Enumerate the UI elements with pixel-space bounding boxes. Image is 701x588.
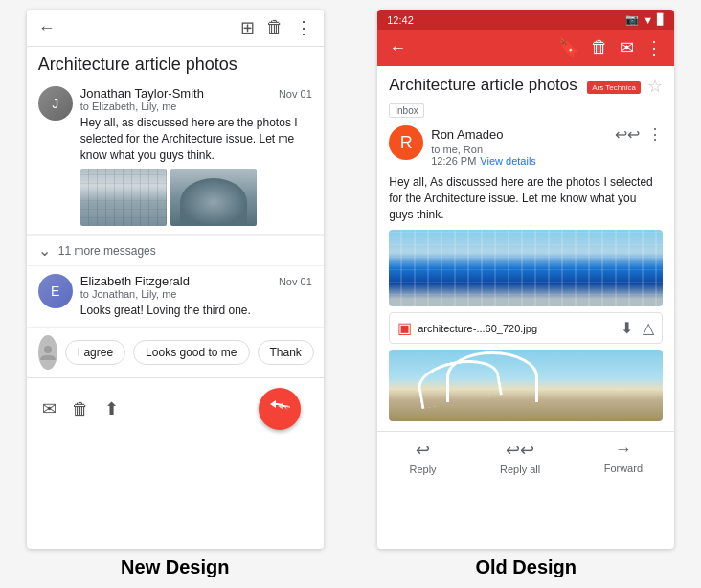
new-design-label: New Design: [121, 549, 229, 588]
new-design-phone: ← ⊞ 🗑 ⋮ Architecture article photos J Jo…: [27, 10, 324, 549]
old-email-actions: ↩↩ ⋮: [615, 125, 663, 144]
more-icon-old[interactable]: ⋮: [645, 37, 663, 58]
thumbnail-2[interactable]: [170, 169, 257, 226]
back-icon-old[interactable]: ←: [389, 38, 406, 58]
old-bottom-actions: ↩ Reply ↩↩ Reply all → Forward: [377, 431, 674, 483]
quick-reply-looks-good[interactable]: Looks good to me: [133, 340, 249, 365]
bookmark-icon[interactable]: 🔖: [558, 37, 579, 58]
grid-icon[interactable]: ⊞: [240, 17, 255, 38]
thumbnail-1[interactable]: [80, 169, 167, 226]
status-icons: 📷 ▼ ▊: [625, 13, 665, 26]
more-icon[interactable]: ⋮: [295, 17, 312, 38]
trash-toolbar-icon[interactable]: 🗑: [72, 399, 89, 419]
old-title-row: Architecture article photos Ars Technica…: [389, 76, 663, 97]
new-header: ← ⊞ 🗑 ⋮: [27, 10, 324, 47]
old-design-phone: 12:42 📷 ▼ ▊ ← 🔖 🗑 ✉ ⋮: [377, 10, 674, 549]
email-date-1: Nov 01: [279, 88, 312, 100]
chevron-down-icon: ⌄: [38, 241, 51, 260]
sender-name-1: Jonathan Taylor-Smith: [80, 86, 204, 101]
old-design-label: Old Design: [475, 549, 577, 588]
ars-technica-badge: Ars Technica: [587, 81, 641, 94]
old-time: 12:26 PM: [431, 155, 476, 167]
email-right-2: Elizabeth Fitzgerald Nov 01 to Jonathan,…: [80, 274, 312, 319]
drive-icon[interactable]: △: [643, 319, 654, 337]
old-design-wrapper: 12:42 📷 ▼ ▊ ← 🔖 🗑 ✉ ⋮: [351, 0, 702, 588]
trash-icon[interactable]: 🗑: [266, 17, 283, 38]
mail-icon-old[interactable]: ✉: [620, 37, 634, 58]
more-icon-email[interactable]: ⋮: [647, 125, 663, 144]
building-glass-photo: [389, 230, 663, 306]
forward-label: Forward: [604, 463, 643, 474]
old-content: Architecture article photos Ars Technica…: [377, 66, 674, 431]
email-sender-row-2: Elizabeth Fitzgerald Nov 01: [80, 274, 312, 288]
battery-icon: ▊: [657, 13, 665, 26]
old-toolbar: ← 🔖 🗑 ✉ ⋮: [377, 30, 674, 66]
old-to-line: to me, Ron: [431, 144, 663, 155]
email-right-1: Jonathan Taylor-Smith Nov 01 to Elizabet…: [80, 86, 312, 163]
camera-icon: 📷: [625, 13, 639, 26]
more-messages[interactable]: ⌄ 11 more messages: [27, 235, 324, 266]
attachment-icon: ▣: [397, 319, 412, 337]
old-time-row: 12:26 PM View details: [431, 155, 663, 167]
wifi-icon: ▼: [643, 14, 653, 26]
email-item-1: J Jonathan Taylor-Smith Nov 01 to Elizab…: [27, 79, 324, 235]
archive-icon[interactable]: ⬆: [104, 398, 119, 419]
avatar-ron: R: [389, 125, 423, 160]
reply-all-button-old[interactable]: ↩↩ Reply all: [500, 440, 540, 475]
opera-bg: [389, 350, 663, 421]
avatar-elizabeth: E: [38, 274, 73, 308]
old-toolbar-right: 🔖 🗑 ✉ ⋮: [558, 37, 663, 58]
status-bar: 12:42 📷 ▼ ▊: [377, 10, 674, 30]
email-date-2: Nov 01: [279, 276, 312, 287]
email-sender-row-1: Jonathan Taylor-Smith Nov 01: [80, 86, 312, 101]
bottom-toolbar-new: ✉ 🗑 ⬆: [27, 377, 324, 440]
status-time: 12:42: [387, 14, 414, 26]
avatar-jonathan: J: [38, 86, 73, 121]
email-to-2: to Jonathan, Lily, me: [80, 288, 312, 300]
compose-icon[interactable]: ✉: [42, 398, 57, 419]
more-messages-text: 11 more messages: [58, 244, 156, 258]
attachment-actions: ⬇ △: [621, 319, 654, 337]
inbox-badge: Inbox: [389, 103, 423, 118]
new-design-wrapper: ← ⊞ 🗑 ⋮ Architecture article photos J Jo…: [0, 0, 350, 588]
email-thread-title: Architecture article photos: [27, 47, 324, 79]
fab-reply-button[interactable]: [259, 388, 301, 430]
quick-reply-thank[interactable]: Thank: [258, 340, 314, 365]
old-sender-name: Ron Amadeo: [431, 127, 503, 142]
trash-icon-old[interactable]: 🗑: [591, 37, 608, 58]
reply-all-icon-old[interactable]: ↩↩: [615, 125, 640, 144]
email-meta-1: J Jonathan Taylor-Smith Nov 01 to Elizab…: [38, 86, 312, 163]
old-email-body: Hey all, As discussed here are the photo…: [389, 174, 663, 222]
quick-reply-agree[interactable]: I agree: [65, 340, 125, 365]
sydney-opera-photo[interactable]: [389, 350, 663, 421]
reply-all-icon-bottom: ↩↩: [506, 440, 534, 461]
email-meta-2: E Elizabeth Fitzgerald Nov 01 to Jonatha…: [38, 274, 312, 319]
reply-icon: ↩: [416, 440, 430, 461]
user-icon: [38, 343, 57, 362]
attachment-name: architecture-...60_720.jpg: [418, 323, 615, 334]
email-to-1: to Elizabeth, Lily, me: [80, 101, 312, 112]
old-email-info: Ron Amadeo ↩↩ ⋮ to me, Ron 12:26 PM View…: [431, 125, 663, 167]
old-sender-row: Ron Amadeo ↩↩ ⋮: [431, 125, 663, 144]
old-title-area: Architecture article photos Ars Technica: [389, 76, 647, 95]
old-photo-large[interactable]: [389, 230, 663, 306]
reply-all-label: Reply all: [500, 464, 540, 475]
new-header-icons: ⊞ 🗑 ⋮: [240, 17, 312, 38]
email-item-2: E Elizabeth Fitzgerald Nov 01 to Jonatha…: [27, 266, 324, 328]
quick-replies: I agree Looks good to me Thank: [27, 328, 324, 377]
star-icon[interactable]: ☆: [647, 76, 663, 97]
download-icon[interactable]: ⬇: [621, 319, 633, 337]
forward-icon: →: [615, 440, 632, 460]
view-details[interactable]: View details: [480, 155, 536, 167]
reply-button-old[interactable]: ↩ Reply: [409, 440, 436, 475]
avatar-user: [38, 335, 57, 370]
old-email-title: Architecture article photos: [389, 76, 577, 94]
email-body-1: Hey all, as discussed here are the photo…: [80, 115, 312, 163]
svg-point-0: [44, 346, 52, 353]
forward-button-old[interactable]: → Forward: [604, 440, 643, 475]
reply-label: Reply: [409, 464, 436, 475]
reply-all-icon: [269, 400, 290, 418]
email-body-2: Looks great! Loving the third one.: [80, 303, 312, 319]
back-icon[interactable]: ←: [38, 18, 56, 38]
photo-thumbnails: [80, 169, 312, 226]
